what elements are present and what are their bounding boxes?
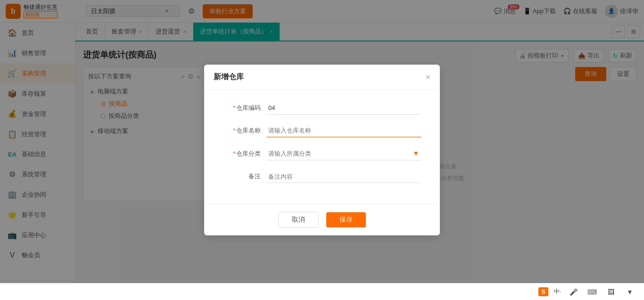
modal-header: 新增仓库 × [204, 65, 440, 90]
category-label: 仓库分类 [223, 150, 261, 158]
modal-overlay[interactable]: 新增仓库 × 仓库编码 仓库名称 仓库分类 ▼ [0, 0, 644, 300]
form-row-name: 仓库名称 [223, 124, 421, 137]
category-select-wrap[interactable]: ▼ [266, 147, 421, 160]
bottom-bar: S 中· 🎤 ⌨ 🖼 ▼ [0, 283, 644, 300]
code-input[interactable] [266, 101, 421, 115]
name-input[interactable] [266, 124, 421, 137]
modal-body: 仓库编码 仓库名称 仓库分类 ▼ 备注 [204, 90, 440, 204]
modal-close-button[interactable]: × [425, 73, 430, 82]
category-dropdown-arrow: ▼ [413, 150, 419, 157]
form-row-code: 仓库编码 [223, 101, 421, 115]
name-label: 仓库名称 [223, 126, 261, 135]
image-icon[interactable]: 🖼 [604, 285, 618, 299]
save-button[interactable]: 保存 [326, 212, 366, 227]
note-input[interactable] [266, 170, 421, 183]
new-warehouse-modal: 新增仓库 × 仓库编码 仓库名称 仓库分类 ▼ [204, 65, 440, 235]
form-row-category: 仓库分类 ▼ [223, 147, 421, 160]
form-row-note: 备注 [223, 170, 421, 183]
category-select-input[interactable] [268, 150, 413, 157]
modal-footer: 取消 保存 [204, 204, 440, 235]
s-logo: S [538, 287, 548, 296]
language-indicator: 中· [554, 288, 561, 296]
note-label: 备注 [223, 172, 261, 181]
chevron-down-icon[interactable]: ▼ [623, 285, 636, 299]
keyboard-icon[interactable]: ⌨ [586, 285, 599, 299]
code-label: 仓库编码 [223, 104, 261, 112]
modal-title: 新增仓库 [214, 72, 244, 82]
microphone-icon[interactable]: 🎤 [567, 285, 580, 299]
cancel-button[interactable]: 取消 [278, 212, 319, 228]
